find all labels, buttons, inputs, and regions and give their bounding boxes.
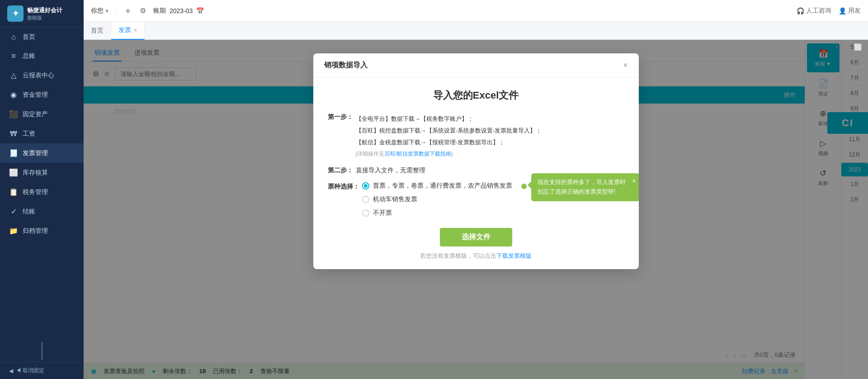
ticket-section: 票种选择： 普票，专票，卷票，通行费发票，农产品销售发票 [328, 182, 624, 217]
company-selector[interactable]: 你您 ▾ [91, 7, 108, 15]
step1-line1: 【全电平台】数据下载→【税务数字账户】； [356, 113, 542, 125]
assets-icon: ⬛ [9, 110, 18, 118]
radio-option-1[interactable]: 普票，专票，卷票，通行费发票，农产品销售发票 现在支持的票种多了，导入发票时别忘… [362, 182, 624, 190]
radio-label-3: 不开票 [373, 209, 392, 217]
ledger-icon: ≡ [9, 52, 18, 60]
step1-section: 第一步： 【全电平台】数据下载→【税务数字账户】； 【百旺】税控盘数据下载→【系… [328, 113, 624, 159]
radio-label-2: 机动车销售发票 [373, 195, 417, 204]
topbar-right: 🎧 人工咨询 👤 用友 [797, 7, 861, 15]
tooltip-dot [521, 184, 527, 189]
fund-icon: ◉ [9, 90, 18, 99]
radio-circle-2 [362, 196, 369, 203]
modal-close-button[interactable]: × [623, 61, 628, 70]
sidebar-item-assets[interactable]: ⬛ 固定资产 [0, 104, 84, 124]
modal-footer-note: 若您没有发票模版，可以点击下载发票模版 [328, 252, 624, 260]
headset-icon: 🎧 [797, 7, 804, 14]
period-display: 账期 2023-03 📅 [153, 7, 204, 15]
radio-label-1: 普票，专票，卷票，通行费发票，农产品销售发票 [373, 182, 512, 190]
tabbar: 首页 发票 × [84, 22, 868, 40]
sidebar-item-report[interactable]: △ 云报表中心 [0, 66, 84, 85]
logo-icon: ✦ [7, 5, 24, 22]
tooltip-bubble: 现在支持的票种多了，导入发票时别忘了选择正确的发票类型呀! × [531, 173, 639, 201]
user-icon: 👤 [839, 7, 846, 14]
topbar-divider [116, 6, 116, 15]
window-controls: × ⬜ [826, 40, 868, 54]
modal-overlay[interactable]: 销项数据导入 × 导入您的Excel文件 第一步： 【全电平台】数据下载→【税务… [84, 40, 868, 379]
salary-icon: ₩ [9, 129, 18, 138]
sidebar-scroll[interactable]: ⌂ 首页 ≡ 总账 △ 云报表中心 ◉ 资金管理 ⬛ 固定资产 ₩ 工资 [0, 28, 84, 340]
sidebar-item-invoice[interactable]: 🧾 发票管理 [0, 143, 84, 163]
user-menu[interactable]: 👤 用友 [839, 7, 861, 15]
topbar: 你您 ▾ ＋ ⚙ 账期 2023-03 📅 🎧 人工咨询 👤 用友 [84, 0, 868, 22]
dropdown-icon: ▾ [105, 7, 108, 14]
tooltip-wrapper: 现在支持的票种多了，导入发票时别忘了选择正确的发票类型呀! × [521, 182, 527, 190]
step1-guide-link[interactable]: 百旺/航信发票数据下载指南 [385, 151, 451, 157]
modal-footer: 选择文件 [328, 228, 624, 246]
sidebar-bottom[interactable]: ◀ ◀ 取消固定 [0, 362, 84, 379]
content-area: 销项发票 进项发票 ⚙ ■ 抵扣金额 [84, 40, 868, 379]
tooltip-line: 现在支持的票种多了，导入发票时别忘了选择正确的发票类型呀! [538, 179, 626, 195]
modal-main-title: 导入您的Excel文件 [328, 89, 624, 102]
consult-button[interactable]: 🎧 人工咨询 [797, 7, 831, 15]
sidebar-logo: ✦ 畅捷通好会计 旗舰版 [0, 0, 84, 28]
add-button[interactable]: ＋ [123, 5, 132, 17]
invoice-icon: 🧾 [9, 149, 18, 157]
modal-body: 导入您的Excel文件 第一步： 【全电平台】数据下载→【税务数字账户】； 【百… [313, 78, 639, 269]
step2-content: 直接导入文件，无需整理 [356, 166, 425, 175]
unpin-icon: ◀ [9, 368, 13, 374]
window-close-btn[interactable]: × [826, 40, 847, 54]
step1-label: 第一步： [328, 113, 353, 121]
tooltip-close-icon[interactable]: × [632, 176, 636, 186]
sidebar-item-salary[interactable]: ₩ 工资 [0, 124, 84, 143]
home-icon: ⌂ [9, 33, 18, 41]
step1-link-wrapper: (详细操作见百旺/航信发票数据下载指南) [356, 148, 542, 159]
sidebar-item-fund[interactable]: ◉ 资金管理 [0, 85, 84, 104]
radio-circle-3 [362, 209, 369, 217]
report-icon: △ [9, 71, 18, 80]
calendar-icon: 📅 [196, 7, 204, 14]
download-template-link[interactable]: 下载发票模版 [496, 252, 532, 259]
sidebar-item-inventory[interactable]: ⬜ 库存核算 [0, 163, 84, 182]
radio-circle-1 [362, 182, 369, 190]
close-accounts-icon: ✓ [9, 207, 18, 216]
main-area: 你您 ▾ ＋ ⚙ 账期 2023-03 📅 🎧 人工咨询 👤 用友 [84, 0, 868, 379]
modal-title: 销项数据导入 [324, 61, 368, 70]
step1-line2: 【百旺】税控盘数据下载→【系统设置-系统参数设置-发票批量导入】； [356, 125, 542, 137]
logo-text: 畅捷通好会计 旗舰版 [27, 6, 62, 21]
tab-invoice[interactable]: 发票 × [111, 22, 145, 40]
tab-close-icon[interactable]: × [134, 27, 137, 33]
sidebar-item-tax[interactable]: 📋 税务管理 [0, 182, 84, 202]
radio-dot-1 [364, 184, 368, 188]
settings-button[interactable]: ⚙ [140, 6, 146, 15]
modal-header: 销项数据导入 × [313, 53, 639, 78]
sidebar-item-ledger[interactable]: ≡ 总账 [0, 47, 84, 66]
sidebar-item-home[interactable]: ⌂ 首页 [0, 28, 84, 47]
radio-option-3[interactable]: 不开票 [362, 209, 624, 217]
sidebar: ✦ 畅捷通好会计 旗舰版 ⌂ 首页 ≡ 总账 △ 云报表中心 ◉ 资金管理 [0, 0, 84, 379]
tax-icon: 📋 [9, 188, 18, 196]
ticket-label: 票种选择： [328, 183, 359, 191]
step2-label: 第二步： [328, 166, 353, 175]
select-file-button[interactable]: 选择文件 [440, 228, 512, 246]
inventory-icon: ⬜ [9, 168, 18, 177]
tab-home[interactable]: 首页 [84, 22, 111, 40]
archive-icon: 📁 [9, 227, 18, 235]
modal: 销项数据导入 × 导入您的Excel文件 第一步： 【全电平台】数据下载→【税务… [313, 53, 639, 269]
sidebar-item-close[interactable]: ✓ 结账 [0, 202, 84, 221]
window-maximize-btn[interactable]: ⬜ [847, 40, 868, 54]
sidebar-item-archive[interactable]: 📁 归档管理 [0, 221, 84, 241]
step1-line3: 【航信】金税盘数据下载→【报税管理-发票数据导出】； [356, 137, 542, 148]
tooltip-arrow [528, 181, 531, 189]
